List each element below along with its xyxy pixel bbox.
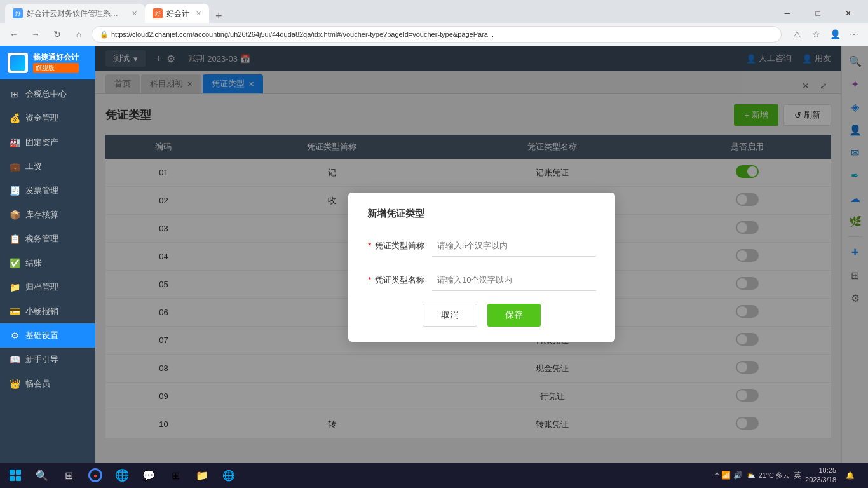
member-icon: 👑 bbox=[9, 378, 20, 390]
home-button[interactable]: ⌂ bbox=[70, 25, 88, 43]
browser-tab-2[interactable]: 好 好会计 ✕ bbox=[145, 4, 209, 23]
tab-bar: 好 好会计云财务软件管理系统_会计 ✕ 好 好会计 ✕ + ─ □ ✕ bbox=[0, 0, 868, 23]
new-tab-button[interactable]: + bbox=[212, 10, 226, 23]
sidebar-menu: ⊞ 会税总中心 💰 资金管理 🏭 固定资产 💼 工资 🧾 发票管理 📦 库 bbox=[0, 79, 95, 468]
dialog-overlay: 新增凭证类型 * 凭证类型简称 * 凭证类型名称 取消 保存 bbox=[95, 46, 868, 488]
sidebar-label-fixed-assets: 固定资产 bbox=[25, 137, 58, 148]
add-voucher-dialog: 新增凭证类型 * 凭证类型简称 * 凭证类型名称 取消 保存 bbox=[348, 193, 615, 342]
address-input[interactable]: 🔒 https://cloud2.chanjet.com/accounting/… bbox=[92, 26, 782, 43]
label-text-name: 凭证类型名称 bbox=[375, 275, 424, 285]
browser-toolbar: ⚠ ☆ 👤 ⋯ bbox=[788, 25, 863, 43]
sidebar-label-inventory: 库存核算 bbox=[25, 209, 58, 220]
save-button[interactable]: 保存 bbox=[487, 304, 541, 327]
cancel-button[interactable]: 取消 bbox=[423, 304, 477, 327]
dialog-title: 新增凭证类型 bbox=[367, 208, 596, 220]
sidebar-item-member[interactable]: 👑 畅会员 bbox=[0, 372, 95, 396]
bookmark-icon[interactable]: ☆ bbox=[807, 25, 825, 43]
guide-icon: 📖 bbox=[9, 354, 20, 365]
logo-inner bbox=[10, 55, 25, 71]
sidebar-label-member: 畅会员 bbox=[25, 378, 50, 390]
sidebar-label-tax: 税务管理 bbox=[25, 233, 58, 245]
inventory-icon: 📦 bbox=[9, 209, 20, 220]
taskbar-wifi[interactable]: 📶 bbox=[721, 471, 731, 480]
expense-icon: 💳 bbox=[9, 306, 20, 317]
form-row-abbr: * 凭证类型简称 bbox=[367, 235, 596, 257]
sidebar-logo: 畅捷通好会计 旗舰版 bbox=[0, 46, 95, 79]
tab-close-2[interactable]: ✕ bbox=[196, 10, 201, 18]
taskbar-weather[interactable]: ⛅ 21°C 多云 bbox=[747, 471, 790, 480]
extensions-icon[interactable]: ⚠ bbox=[788, 25, 806, 43]
sidebar-item-inventory[interactable]: 📦 库存核算 bbox=[0, 203, 95, 227]
clock-date: 2023/3/18 bbox=[805, 475, 836, 485]
minimize-button[interactable]: ─ bbox=[773, 4, 802, 23]
window-controls: ─ □ ✕ bbox=[773, 4, 863, 23]
sidebar: 畅捷通好会计 旗舰版 ⊞ 会税总中心 💰 资金管理 🏭 固定资产 💼 工资 bbox=[0, 46, 95, 488]
refresh-button[interactable]: ↻ bbox=[48, 25, 66, 43]
taskbar-sys-icons: ^ 📶 🔊 bbox=[715, 471, 743, 480]
sidebar-label-salary: 工资 bbox=[25, 161, 42, 172]
sidebar-label-settings: 基础设置 bbox=[25, 330, 58, 341]
form-row-name: * 凭证类型名称 bbox=[367, 269, 596, 291]
sidebar-label-settle: 结账 bbox=[25, 257, 42, 269]
browser-tab-1[interactable]: 好 好会计云财务软件管理系统_会计 ✕ bbox=[5, 4, 145, 23]
start-button[interactable] bbox=[3, 464, 28, 487]
sidebar-item-expense[interactable]: 💳 小畅报销 bbox=[0, 299, 95, 323]
sidebar-item-archive[interactable]: 📁 归档管理 bbox=[0, 275, 95, 299]
taskbar-taskview-btn[interactable]: ⊞ bbox=[56, 464, 81, 487]
more-icon[interactable]: ⋯ bbox=[845, 25, 863, 43]
dashboard-icon: ⊞ bbox=[9, 88, 20, 100]
sidebar-item-invoice[interactable]: 🧾 发票管理 bbox=[0, 179, 95, 203]
sidebar-label-invoice: 发票管理 bbox=[25, 185, 58, 196]
settings-icon: ⚙ bbox=[9, 330, 20, 341]
sidebar-item-tax[interactable]: 📋 税务管理 bbox=[0, 227, 95, 251]
taskbar-clock[interactable]: 18:25 2023/3/18 bbox=[805, 466, 836, 485]
taskbar-edge-btn[interactable]: 🌐 bbox=[109, 464, 135, 487]
form-label-name: * 凭证类型名称 bbox=[367, 274, 424, 286]
weather-icon: ⛅ bbox=[747, 471, 756, 480]
browser-chrome: 好 好会计云财务软件管理系统_会计 ✕ 好 好会计 ✕ + ─ □ ✕ ← → … bbox=[0, 0, 868, 46]
salary-icon: 💼 bbox=[9, 161, 20, 172]
tax-icon: 📋 bbox=[9, 233, 20, 245]
dialog-actions: 取消 保存 bbox=[367, 304, 596, 327]
sidebar-item-fixed-assets[interactable]: 🏭 固定资产 bbox=[0, 130, 95, 154]
maximize-button[interactable]: □ bbox=[803, 4, 832, 23]
taskbar-apps-btn[interactable]: ⊞ bbox=[163, 464, 188, 487]
sidebar-item-settings[interactable]: ⚙ 基础设置 bbox=[0, 323, 95, 348]
sidebar-item-capital[interactable]: 💰 资金管理 bbox=[0, 106, 95, 130]
taskbar: 🔍 ⊞ ● 🌐 💬 ⊞ 📁 🌐 ^ 📶 🔊 ⛅ 21°C 多云 英 18:25 … bbox=[0, 463, 868, 488]
settle-icon: ✅ bbox=[9, 257, 20, 269]
address-bar: ← → ↻ ⌂ 🔒 https://cloud2.chanjet.com/acc… bbox=[0, 23, 868, 46]
taskbar-chevron[interactable]: ^ bbox=[715, 471, 719, 480]
required-mark-name: * bbox=[368, 275, 371, 285]
logo-badge: 旗舰版 bbox=[33, 63, 79, 73]
taskbar-lang[interactable]: 英 bbox=[794, 470, 801, 481]
tab-favicon-2: 好 bbox=[153, 8, 163, 18]
back-button[interactable]: ← bbox=[5, 25, 23, 43]
fixed-assets-icon: 🏭 bbox=[9, 137, 20, 148]
taskbar-browser-chrome[interactable]: ● bbox=[83, 464, 108, 487]
required-mark-abbr: * bbox=[368, 241, 371, 250]
sidebar-item-guide[interactable]: 📖 新手引导 bbox=[0, 348, 95, 372]
label-text-abbr: 凭证类型简称 bbox=[375, 241, 424, 250]
sidebar-label-capital: 资金管理 bbox=[25, 112, 58, 124]
taskbar-wechat-btn[interactable]: 💬 bbox=[136, 464, 161, 487]
profile-icon[interactable]: 👤 bbox=[826, 25, 844, 43]
taskbar-audio[interactable]: 🔊 bbox=[733, 471, 743, 480]
close-button[interactable]: ✕ bbox=[834, 4, 863, 23]
notification-button[interactable]: 🔔 bbox=[840, 464, 860, 487]
forward-button[interactable]: → bbox=[27, 25, 44, 43]
sidebar-item-dashboard[interactable]: ⊞ 会税总中心 bbox=[0, 82, 95, 106]
sidebar-item-settle[interactable]: ✅ 结账 bbox=[0, 251, 95, 275]
taskbar-edge2-btn[interactable]: 🌐 bbox=[216, 464, 241, 487]
sidebar-item-salary[interactable]: 💼 工资 bbox=[0, 154, 95, 179]
sidebar-label-dashboard: 会税总中心 bbox=[25, 88, 67, 100]
address-text: https://cloud2.chanjet.com/accounting/uh… bbox=[111, 30, 773, 38]
tab-close-1[interactable]: ✕ bbox=[132, 10, 137, 18]
sidebar-label-expense: 小畅报销 bbox=[25, 306, 58, 317]
clock-time: 18:25 bbox=[805, 466, 836, 475]
input-abbr[interactable] bbox=[432, 235, 596, 257]
input-name[interactable] bbox=[432, 269, 596, 291]
tab-label-1: 好会计云财务软件管理系统_会计 bbox=[27, 8, 125, 19]
taskbar-folder-btn[interactable]: 📁 bbox=[189, 464, 215, 487]
taskbar-search-btn[interactable]: 🔍 bbox=[29, 464, 55, 487]
